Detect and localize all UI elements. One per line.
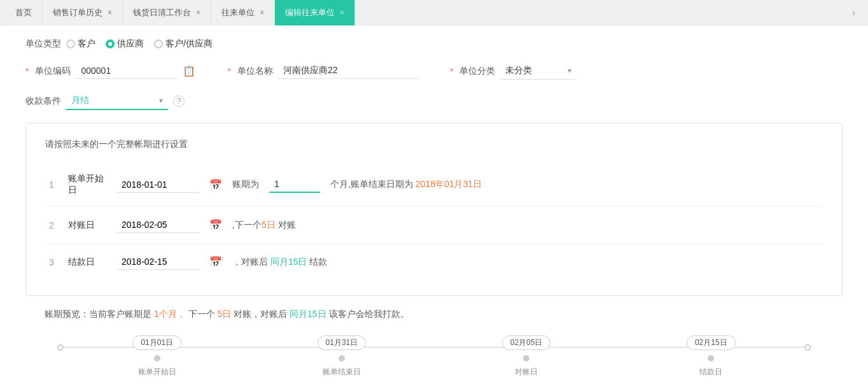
main-content: 单位类型 客户 供应商 客户/供应商 * 单位编码	[0, 25, 868, 387]
unit-type-radio-group: 客户 供应商 客户/供应商	[66, 38, 213, 50]
unit-category-field: * 单位分类 未分类 ▾	[450, 62, 577, 80]
tab-more-arrow[interactable]: ›	[844, 7, 863, 18]
period-settings-title: 请按照未来的一个完整帐期进行设置	[45, 139, 823, 150]
timeline-dot-3	[523, 355, 529, 362]
timeline-date-1: 01月01日	[132, 335, 181, 350]
tab-cash-workbench-label: 钱货日清工作台	[133, 7, 191, 18]
radio-customer-label: 客户	[78, 38, 95, 50]
period-row-1-num: 1	[45, 179, 58, 190]
period-row-1: 1 账单开始日 📅 账期为 个月,账单结束日期为 2018年01月31日	[45, 163, 823, 207]
tab-partner-units-label: 往来单位	[221, 7, 255, 18]
unit-code-field: * 单位编码 📋	[25, 63, 195, 79]
radio-both-label: 客户/供应商	[165, 38, 213, 50]
preview-payment: 同月15日	[290, 309, 326, 319]
timeline-date-3: 02月05日	[502, 335, 551, 350]
timeline-label-2: 账单结束日	[323, 367, 361, 377]
timeline: 01月01日 账单开始日 01月31日 账单结束日 02月05日 对账日 02月…	[45, 335, 823, 377]
period-end-date: 2018年01月31日	[416, 179, 482, 189]
period-row-2-desc: ,下一个5日 对账	[232, 220, 296, 231]
period-row-3-num: 3	[45, 257, 58, 267]
payment-condition-help-icon[interactable]: ?	[173, 95, 185, 107]
period-start-date-input[interactable]	[116, 177, 199, 193]
payment-condition-row: 收款条件 月结 ▾ ?	[25, 92, 843, 110]
preview-mid: 下一个	[188, 309, 215, 319]
tab-sales-history-label: 销售订单历史	[53, 7, 102, 18]
tab-partner-units[interactable]: 往来单位 ×	[211, 0, 275, 25]
unit-info-row: * 单位编码 📋 * 单位名称 * 单位分类 未分类 ▾	[25, 62, 843, 80]
unit-category-value: 未分类	[505, 65, 563, 76]
unit-type-field: 单位类型 客户 供应商 客户/供应商	[25, 38, 213, 50]
timeline-label-1: 账单开始日	[138, 367, 176, 377]
period-row-3-label: 结款日	[68, 257, 106, 268]
period-row-1-desc-after: 个月,账单结束日期为 2018年01月31日	[330, 179, 482, 190]
tab-edit-partner[interactable]: 编辑往来单位 ×	[275, 0, 355, 25]
unit-name-star: *	[227, 66, 230, 76]
radio-supplier-circle	[106, 39, 115, 48]
period-start-calendar-icon[interactable]: 📅	[209, 179, 222, 191]
period-row-1-label: 账单开始日	[68, 173, 106, 196]
preview-reconcile: 5日	[217, 309, 231, 319]
period-reconcile-calendar-icon[interactable]: 📅	[209, 219, 222, 231]
unit-type-label: 单位类型	[25, 38, 61, 50]
period-row-2-day: 5日	[262, 220, 276, 230]
payment-condition-label: 收款条件	[25, 95, 61, 107]
timeline-right-cap	[804, 344, 811, 351]
period-payment-date-input[interactable]	[116, 254, 199, 270]
radio-customer-circle	[66, 39, 75, 48]
timeline-items: 01月01日 账单开始日 01月31日 账单结束日 02月05日 对账日 02月…	[57, 335, 811, 377]
tab-edit-partner-close[interactable]: ×	[340, 8, 344, 17]
payment-condition-value: 月结	[71, 95, 154, 106]
timeline-item-1: 01月01日 账单开始日	[132, 335, 181, 377]
unit-code-label: 单位编码	[35, 66, 71, 77]
timeline-left-cap	[57, 344, 64, 351]
tab-sales-history-close[interactable]: ×	[108, 8, 112, 17]
timeline-dot-4	[708, 355, 714, 362]
timeline-item-3: 02月05日 对账日	[502, 335, 551, 377]
unit-category-arrow: ▾	[568, 66, 571, 75]
unit-name-input[interactable]	[278, 63, 418, 79]
radio-customer[interactable]: 客户	[66, 38, 95, 50]
unit-name-field: * 单位名称	[227, 63, 417, 79]
period-row-1-desc-before: 账期为	[232, 179, 259, 190]
preview-end: 该客户会给我打款。	[329, 309, 409, 319]
period-row-3-day: 同月15日	[270, 257, 307, 267]
timeline-date-2: 01月31日	[318, 335, 367, 350]
radio-both[interactable]: 客户/供应商	[154, 38, 213, 50]
unit-type-row: 单位类型 客户 供应商 客户/供应商	[25, 38, 843, 50]
payment-condition-field: 收款条件 月结 ▾ ?	[25, 92, 185, 110]
unit-code-star: *	[25, 66, 29, 76]
unit-category-select[interactable]: 未分类 ▾	[500, 62, 577, 80]
unit-code-input[interactable]	[76, 63, 178, 79]
preview-label: 账期预览：当前客户账期是	[45, 309, 151, 319]
tab-edit-partner-label: 编辑往来单位	[285, 7, 335, 18]
period-settings-box: 请按照未来的一个完整帐期进行设置 1 账单开始日 📅 账期为 个月,账单结束日期…	[25, 123, 843, 296]
timeline-dot-1	[154, 355, 160, 362]
unit-code-calendar-icon[interactable]: 📋	[183, 65, 195, 77]
tab-bar: 首页 销售订单历史 × 钱货日清工作台 × 往来单位 × 编辑往来单位 × ›	[0, 0, 868, 25]
period-row-3-desc: ，对账后 同月15日 结款	[232, 257, 327, 268]
unit-name-label: 单位名称	[237, 66, 273, 77]
radio-supplier[interactable]: 供应商	[106, 38, 144, 50]
radio-both-circle	[154, 39, 163, 48]
tab-cash-workbench[interactable]: 钱货日清工作台 ×	[123, 0, 211, 25]
tab-sales-history[interactable]: 销售订单历史 ×	[43, 0, 123, 25]
tab-home-label: 首页	[15, 7, 32, 18]
timeline-item-2: 01月31日 账单结束日	[318, 335, 367, 377]
preview-text: 账期预览：当前客户账期是 1个月， 下一个 5日 对账，对账后 同月15日 该客…	[45, 309, 823, 320]
tab-cash-workbench-close[interactable]: ×	[196, 8, 200, 17]
preview-period: 1个月，	[154, 309, 186, 319]
radio-supplier-label: 供应商	[117, 38, 144, 50]
payment-condition-select[interactable]: 月结 ▾	[66, 92, 168, 110]
unit-category-star: *	[450, 66, 453, 76]
timeline-label-3: 对账日	[515, 367, 538, 377]
timeline-item-4: 02月15日 结款日	[687, 335, 736, 377]
timeline-dot-2	[339, 355, 345, 362]
tab-partner-units-close[interactable]: ×	[260, 8, 264, 17]
period-payment-calendar-icon[interactable]: 📅	[209, 256, 222, 268]
period-row-2: 2 对账日 📅 ,下一个5日 对账	[45, 207, 823, 244]
tab-home[interactable]: 首页	[5, 0, 43, 25]
period-months-input[interactable]	[269, 176, 320, 193]
payment-condition-arrow: ▾	[159, 96, 163, 105]
period-reconcile-date-input[interactable]	[116, 217, 199, 233]
timeline-label-4: 结款日	[699, 367, 722, 377]
